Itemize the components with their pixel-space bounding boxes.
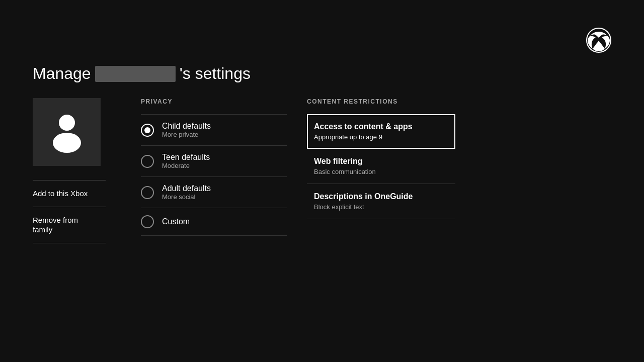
avatar [33, 98, 101, 166]
radio-label-adult-sub: More social [162, 193, 211, 201]
privacy-section: PRIVACY Child defaults More private Teen… [141, 98, 287, 247]
radio-circle-teen [141, 155, 154, 168]
content-restrictions-section: CONTENT RESTRICTIONS Access to content &… [307, 98, 455, 247]
radio-label-custom-main: Custom [162, 217, 190, 226]
restriction-item-web[interactable]: Web filtering Basic communication [307, 149, 455, 184]
restriction-subtitle-web: Basic communication [314, 168, 448, 175]
content-restrictions-label: CONTENT RESTRICTIONS [307, 98, 455, 105]
restriction-item-access[interactable]: Access to content & apps Appropriate up … [307, 114, 455, 149]
privacy-section-label: PRIVACY [141, 98, 287, 105]
add-to-xbox-link[interactable]: Add to this Xbox [33, 185, 121, 203]
radio-label-child-sub: More private [162, 131, 211, 138]
privacy-option-adult[interactable]: Adult defaults More social [141, 177, 287, 208]
radio-circle-adult [141, 186, 154, 199]
restriction-title-oneguide: Descriptions in OneGuide [314, 192, 448, 201]
restriction-title-access: Access to content & apps [314, 122, 448, 131]
radio-text-child: Child defaults More private [162, 122, 211, 138]
sidebar: Add to this Xbox Remove fromfamily [33, 98, 121, 247]
radio-label-teen-main: Teen defaults [162, 153, 210, 162]
radio-circle-child [141, 124, 154, 137]
radio-text-custom: Custom [162, 217, 190, 226]
privacy-radio-options: Child defaults More private Teen default… [141, 114, 287, 236]
radio-text-adult: Adult defaults More social [162, 184, 211, 201]
radio-text-teen: Teen defaults Moderate [162, 153, 210, 169]
privacy-option-teen[interactable]: Teen defaults Moderate [141, 146, 287, 177]
xbox-logo [586, 28, 611, 53]
svg-point-2 [53, 133, 81, 153]
privacy-option-child[interactable]: Child defaults More private [141, 114, 287, 146]
remove-from-family-link[interactable]: Remove fromfamily [33, 211, 121, 239]
page-title: Manage 's settings [33, 64, 251, 83]
user-avatar-icon [44, 109, 90, 156]
sidebar-divider-top [33, 180, 106, 180]
svg-point-1 [59, 115, 75, 131]
restriction-subtitle-oneguide: Block explicit text [314, 203, 448, 211]
radio-circle-custom [141, 215, 154, 228]
restriction-title-web: Web filtering [314, 157, 448, 166]
sidebar-divider-bottom [33, 243, 106, 243]
redacted-name [95, 66, 176, 82]
sidebar-divider-mid [33, 207, 106, 207]
radio-label-child-main: Child defaults [162, 122, 211, 131]
radio-label-adult-main: Adult defaults [162, 184, 211, 193]
restriction-items-list: Access to content & apps Appropriate up … [307, 114, 455, 219]
main-content: Add to this Xbox Remove fromfamily PRIVA… [33, 98, 455, 247]
restriction-item-oneguide[interactable]: Descriptions in OneGuide Block explicit … [307, 184, 455, 219]
radio-label-teen-sub: Moderate [162, 162, 210, 169]
privacy-option-custom[interactable]: Custom [141, 208, 287, 236]
restriction-subtitle-access: Appropriate up to age 9 [314, 133, 448, 141]
